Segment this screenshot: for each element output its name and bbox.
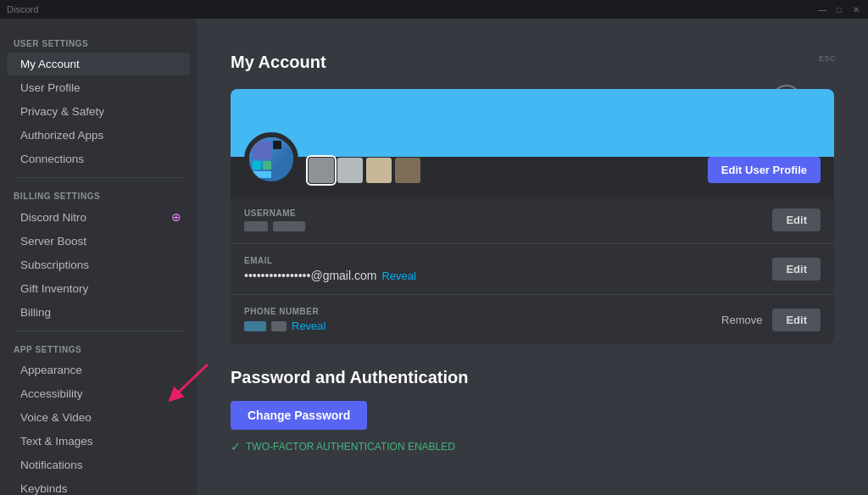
sidebar-header-billing-settings: Billing Settings xyxy=(0,185,197,204)
color-swatch-1[interactable] xyxy=(337,158,363,183)
sidebar-item-label: Text & Images xyxy=(20,435,93,448)
sidebar-divider-1 xyxy=(14,177,183,178)
window-controls: — □ ✕ xyxy=(817,4,861,14)
sidebar-item-label: My Account xyxy=(20,58,80,70)
two-factor-text: TWO-FACTOR AUTHENTICATION ENABLED xyxy=(246,441,455,453)
change-password-button[interactable]: Change Password xyxy=(231,401,367,430)
email-field-content: EMAIL ••••••••••••••••@gmail.com Reveal xyxy=(244,256,416,282)
sidebar-item-label: Subscriptions xyxy=(20,259,89,271)
avatar-image xyxy=(249,137,293,181)
window-close-button[interactable]: ✕ xyxy=(851,4,861,14)
email-field: EMAIL ••••••••••••••••@gmail.com Reveal … xyxy=(231,244,834,295)
app-layout: User Settings My Account User Profile Pr… xyxy=(0,19,868,495)
avatar-inner xyxy=(249,137,293,181)
sidebar-item-discord-nitro[interactable]: Discord Nitro ⊕ xyxy=(7,205,190,229)
sidebar-item-label: Accessibility xyxy=(20,387,83,400)
sidebar-item-subscriptions[interactable]: Subscriptions xyxy=(7,253,190,276)
svg-rect-4 xyxy=(253,161,261,170)
username-label: USERNAME xyxy=(244,209,305,218)
username-actions: Edit xyxy=(772,209,821,231)
sidebar: User Settings My Account User Profile Pr… xyxy=(0,19,197,495)
two-factor-row: ✓ TWO-FACTOR AUTHENTICATION ENABLED xyxy=(231,440,834,453)
sidebar-item-gift-inventory[interactable]: Gift Inventory xyxy=(7,277,190,300)
sidebar-item-keybinds[interactable]: Keybinds xyxy=(7,477,190,495)
color-swatches xyxy=(309,158,708,183)
username-value xyxy=(244,221,305,231)
sidebar-item-label: Discord Nitro xyxy=(20,211,86,224)
sidebar-item-label: Keybinds xyxy=(20,482,68,495)
sidebar-section-billing-settings: Billing Settings Discord Nitro ⊕ Server … xyxy=(0,185,197,324)
sidebar-item-appearance[interactable]: Appearance xyxy=(7,359,190,381)
username-field: USERNAME Edit xyxy=(231,197,834,244)
profile-banner xyxy=(231,89,834,157)
phone-value: Reveal xyxy=(244,320,326,332)
sidebar-item-billing[interactable]: Billing xyxy=(7,301,190,324)
username-blur-1 xyxy=(244,221,268,231)
phone-field: PHONE NUMBER Reveal Remove Edit xyxy=(231,295,834,344)
sidebar-item-label: Server Boost xyxy=(20,235,86,248)
page-title: My Account xyxy=(231,53,834,72)
phone-label: PHONE NUMBER xyxy=(244,307,326,316)
sidebar-section-user-settings: User Settings My Account User Profile Pr… xyxy=(0,32,197,170)
sidebar-divider-2 xyxy=(14,331,183,331)
nitro-icon: ⊕ xyxy=(171,210,181,224)
sidebar-item-label: Appearance xyxy=(20,364,82,376)
sidebar-item-label: Billing xyxy=(20,306,51,319)
main-content: ✕ ESC My Account xyxy=(197,19,868,495)
sidebar-item-user-profile[interactable]: User Profile xyxy=(7,76,190,99)
phone-blur-1 xyxy=(244,321,266,331)
username-field-content: USERNAME xyxy=(244,209,305,231)
phone-field-content: PHONE NUMBER Reveal xyxy=(244,307,326,332)
maximize-button[interactable]: □ xyxy=(834,4,844,14)
sidebar-item-label: Authorized Apps xyxy=(20,129,103,142)
phone-reveal-link[interactable]: Reveal xyxy=(292,320,326,332)
sidebar-item-text-images[interactable]: Text & Images xyxy=(7,430,190,453)
titlebar: Discord — □ ✕ xyxy=(0,0,868,19)
sidebar-item-voice-video[interactable]: Voice & Video xyxy=(7,406,190,429)
sidebar-item-label: Voice & Video xyxy=(20,411,92,424)
account-fields: USERNAME Edit EMAIL •• xyxy=(231,197,834,344)
sidebar-header-app-settings: App Settings xyxy=(0,338,197,358)
minimize-button[interactable]: — xyxy=(817,4,827,14)
sidebar-item-label: Connections xyxy=(20,153,84,165)
email-value: ••••••••••••••••@gmail.com Reveal xyxy=(244,269,416,282)
sidebar-item-label: Gift Inventory xyxy=(20,282,88,295)
email-reveal-link[interactable]: Reveal xyxy=(381,270,415,282)
sidebar-item-authorized-apps[interactable]: Authorized Apps xyxy=(7,124,190,147)
sidebar-item-label: Privacy & Safety xyxy=(20,105,104,118)
checkmark-icon: ✓ xyxy=(231,440,241,453)
sidebar-item-label: User Profile xyxy=(20,81,81,94)
email-edit-button[interactable]: Edit xyxy=(772,258,821,281)
svg-rect-6 xyxy=(253,171,271,178)
color-swatch-2[interactable] xyxy=(366,158,392,183)
email-label: EMAIL xyxy=(244,256,416,265)
svg-rect-3 xyxy=(273,141,281,149)
sidebar-item-connections[interactable]: Connections xyxy=(7,147,190,170)
sidebar-item-accessibility[interactable]: Accessibility xyxy=(7,382,190,405)
profile-card: Edit User Profile USERNAME Edit xyxy=(231,89,834,344)
avatar xyxy=(244,132,298,186)
password-section-title: Password and Authentication xyxy=(231,368,834,387)
username-edit-button[interactable]: Edit xyxy=(772,209,821,231)
sidebar-item-notifications[interactable]: Notifications xyxy=(7,453,190,476)
color-swatch-0[interactable] xyxy=(309,158,334,183)
sidebar-item-my-account[interactable]: My Account xyxy=(7,53,190,75)
edit-user-profile-button[interactable]: Edit User Profile xyxy=(708,157,821,183)
phone-remove-link[interactable]: Remove xyxy=(721,314,762,326)
app-title: Discord xyxy=(7,4,38,14)
profile-info-row: Edit User Profile xyxy=(231,157,834,197)
sidebar-item-label: Notifications xyxy=(20,459,83,471)
sidebar-section-app-settings: App Settings Appearance Accessibility Vo… xyxy=(0,338,197,495)
sidebar-item-privacy-safety[interactable]: Privacy & Safety xyxy=(7,100,190,123)
close-label: ESC xyxy=(819,54,836,63)
svg-rect-2 xyxy=(253,141,271,159)
color-swatch-3[interactable] xyxy=(395,158,420,183)
close-area: ✕ ESC xyxy=(819,51,836,63)
username-blur-2 xyxy=(273,221,305,231)
sidebar-item-server-boost[interactable]: Server Boost xyxy=(7,230,190,253)
phone-actions: Remove Edit xyxy=(721,309,821,331)
phone-edit-button[interactable]: Edit xyxy=(772,309,821,331)
email-masked: ••••••••••••••••@gmail.com xyxy=(244,269,376,282)
password-section: Password and Authentication Change Passw… xyxy=(231,368,834,453)
email-actions: Edit xyxy=(772,258,821,281)
